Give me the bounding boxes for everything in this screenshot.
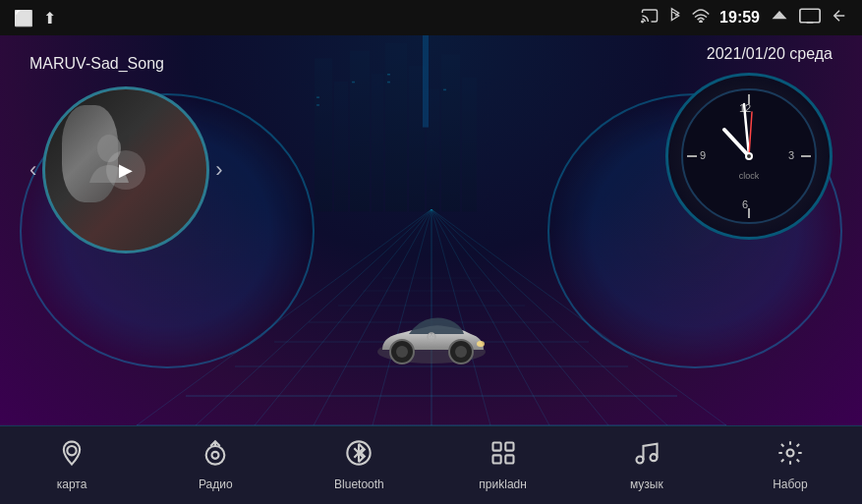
- back-icon[interactable]: [831, 7, 848, 28]
- svg-point-54: [747, 154, 751, 158]
- svg-point-57: [396, 346, 408, 358]
- nav-item-map[interactable]: карта: [0, 431, 144, 499]
- nav-item-settings[interactable]: Набор: [718, 431, 862, 499]
- svg-rect-18: [387, 82, 390, 84]
- cast-icon: [641, 7, 659, 28]
- map-label: карта: [57, 477, 87, 491]
- svg-point-62: [67, 446, 76, 455]
- svg-point-71: [636, 457, 643, 464]
- svg-rect-15: [316, 104, 319, 106]
- date-display: 2021/01/20 среда: [707, 45, 833, 63]
- svg-rect-67: [492, 443, 500, 451]
- svg-point-72: [650, 454, 657, 461]
- svg-rect-6: [372, 74, 383, 211]
- svg-point-1: [700, 21, 702, 23]
- apps-icon: [489, 439, 517, 474]
- svg-rect-14: [316, 96, 319, 98]
- svg-point-0: [642, 21, 644, 23]
- radio-icon: [201, 439, 229, 474]
- usb-icon: ⬆: [43, 9, 56, 28]
- music-disc[interactable]: 忘風波 ▶: [42, 86, 209, 253]
- svg-rect-70: [505, 455, 513, 463]
- music-title: MARUV-Sad_Song: [29, 55, 223, 73]
- screen-icon: [799, 8, 821, 28]
- settings-label: Набор: [773, 477, 808, 491]
- status-bar: ⬜ ⬆ 19:59: [0, 0, 862, 35]
- svg-text:6: 6: [742, 198, 748, 210]
- svg-text:9: 9: [700, 149, 706, 161]
- car-display: [368, 298, 495, 376]
- bluetooth-label: Bluetooth: [334, 477, 384, 491]
- svg-point-59: [455, 346, 467, 358]
- music-disc-area: ‹ 忘風波 ▶ ›: [29, 86, 223, 253]
- settings-icon: [776, 439, 804, 474]
- svg-rect-17: [387, 74, 390, 76]
- wifi-icon: [692, 9, 710, 27]
- status-right: 19:59: [641, 7, 848, 28]
- music-label: музык: [630, 477, 663, 491]
- status-left: ⬜ ⬆: [14, 9, 56, 28]
- svg-rect-19: [443, 89, 446, 91]
- svg-rect-4: [334, 82, 348, 212]
- clock-face: 12 3 6 9 clock: [675, 83, 823, 230]
- svg-rect-8: [409, 66, 425, 211]
- radio-label: Радио: [199, 477, 233, 491]
- svg-point-64: [212, 452, 219, 459]
- prev-track-button[interactable]: ‹: [29, 157, 36, 183]
- svg-text:clock: clock: [739, 171, 760, 181]
- clock-panel: 2021/01/20 среда 12 3 6 9 clock: [665, 45, 833, 240]
- time-display: 19:59: [719, 9, 760, 27]
- nav-item-apps[interactable]: приkladн: [431, 431, 575, 499]
- svg-rect-12: [423, 35, 429, 128]
- apps-label: приkladн: [479, 477, 527, 491]
- svg-rect-68: [505, 443, 513, 451]
- svg-point-60: [477, 341, 485, 347]
- svg-rect-69: [492, 455, 500, 463]
- svg-rect-5: [350, 51, 370, 212]
- bluetooth-nav-icon: [345, 439, 373, 474]
- svg-point-73: [786, 450, 793, 457]
- main-content: MARUV-Sad_Song ‹ 忘風波 ▶ › 2021/01/20 сред…: [0, 35, 862, 425]
- svg-rect-10: [441, 54, 460, 211]
- nav-item-bluetooth[interactable]: Bluetooth: [287, 431, 431, 499]
- svg-rect-2: [800, 9, 820, 23]
- svg-rect-3: [315, 58, 332, 211]
- svg-rect-7: [385, 43, 407, 212]
- up-arrow-icon: [770, 7, 789, 28]
- svg-text:3: 3: [788, 149, 794, 161]
- bottom-nav: карта Радио Bluetooth: [0, 425, 862, 504]
- home-icon: ⬜: [14, 9, 33, 28]
- bluetooth-status-icon: [668, 7, 682, 28]
- nav-item-radio[interactable]: Радио: [144, 431, 287, 499]
- music-icon: [633, 439, 661, 474]
- svg-rect-11: [462, 78, 477, 211]
- music-panel: MARUV-Sad_Song ‹ 忘風波 ▶ ›: [29, 55, 223, 253]
- clock-disc: 12 3 6 9 clock: [665, 73, 833, 240]
- svg-point-63: [206, 446, 225, 465]
- car-svg: [368, 301, 495, 374]
- nav-item-music[interactable]: музык: [575, 431, 718, 499]
- next-track-button[interactable]: ›: [215, 157, 222, 183]
- svg-rect-16: [352, 82, 355, 84]
- map-icon: [58, 439, 86, 474]
